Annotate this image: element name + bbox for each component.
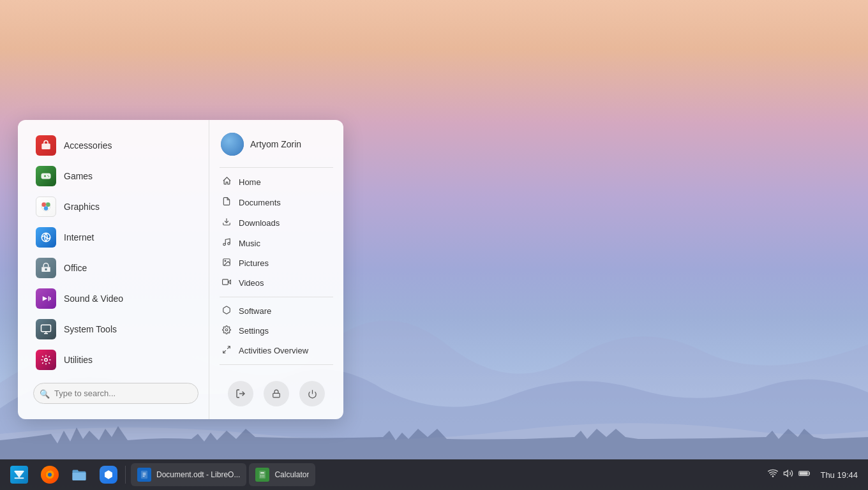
- volume-icon[interactable]: [783, 468, 793, 481]
- taskbar-tray: Thu 19:44: [763, 468, 863, 481]
- svg-marker-13: [43, 296, 48, 301]
- svg-rect-12: [45, 269, 47, 271]
- svg-point-24: [225, 260, 226, 262]
- games-label: Games: [64, 171, 93, 181]
- svg-point-36: [48, 473, 52, 477]
- menu-item-internet[interactable]: Internet: [28, 222, 204, 253]
- svg-rect-0: [41, 144, 50, 149]
- avatar: [221, 133, 244, 156]
- svg-marker-50: [784, 470, 788, 476]
- user-name: Artyom Zorin: [250, 139, 301, 149]
- svg-line-28: [227, 346, 230, 349]
- system-tools-icon: [36, 319, 56, 339]
- taskbar-window-libreoffice[interactable]: Document.odt - LibreO...: [131, 463, 246, 486]
- desktop: Accessories Games Graphics: [0, 0, 868, 490]
- svg-line-29: [223, 350, 226, 353]
- svg-point-48: [264, 477, 264, 477]
- svg-point-43: [260, 475, 261, 476]
- videos-icon: [221, 278, 232, 288]
- calculator-icon: [255, 468, 269, 482]
- taskbar-app-firefox[interactable]: [36, 461, 64, 489]
- taskbar-window-calculator[interactable]: Calculator: [249, 463, 315, 486]
- menu-item-accessories[interactable]: Accessories: [28, 130, 204, 161]
- music-icon: [221, 237, 232, 249]
- firefox-icon: [41, 466, 59, 484]
- user-profile[interactable]: Artyom Zorin: [214, 128, 338, 163]
- svg-point-21: [223, 243, 226, 246]
- menu-item-games[interactable]: Games: [28, 161, 204, 191]
- right-item-activities[interactable]: Activities Overview: [214, 341, 338, 360]
- menu-item-utilities[interactable]: Utilities: [28, 345, 204, 375]
- system-tools-label: System Tools: [64, 324, 117, 334]
- right-item-home[interactable]: Home: [214, 172, 338, 192]
- session-buttons: [214, 373, 338, 412]
- search-bar: 🔍: [33, 383, 198, 404]
- right-item-documents[interactable]: Documents: [214, 192, 338, 212]
- power-button[interactable]: [299, 381, 325, 406]
- internet-icon: [36, 227, 56, 248]
- taskbar-app-software-center[interactable]: [94, 461, 123, 489]
- libreoffice-writer-icon: [137, 468, 151, 482]
- zorin-menu-button[interactable]: [5, 461, 33, 489]
- menu-item-graphics[interactable]: Graphics: [28, 191, 204, 222]
- svg-rect-33: [15, 471, 24, 472]
- libreoffice-window-label: Document.odt - LibreO...: [156, 470, 240, 479]
- menu-items-list: Accessories Games Graphics: [28, 130, 204, 375]
- svg-rect-42: [260, 472, 264, 473]
- taskbar-app-files[interactable]: [65, 461, 93, 489]
- svg-rect-26: [223, 279, 228, 285]
- right-item-downloads[interactable]: Downloads: [214, 212, 338, 233]
- svg-rect-16: [41, 325, 51, 332]
- office-label: Office: [64, 263, 87, 273]
- settings-icon: [221, 325, 232, 336]
- svg-point-47: [262, 477, 263, 477]
- svg-point-5: [49, 176, 50, 177]
- menu-item-office[interactable]: Office: [28, 253, 204, 283]
- pictures-label: Pictures: [239, 258, 269, 268]
- svg-point-45: [264, 475, 264, 476]
- accessories-label: Accessories: [64, 140, 112, 151]
- battery-icon[interactable]: [798, 469, 811, 480]
- svg-point-7: [41, 202, 46, 207]
- home-label: Home: [239, 177, 261, 187]
- right-item-software[interactable]: Software: [214, 301, 338, 321]
- left-panel: Accessories Games Graphics: [18, 120, 209, 419]
- search-input[interactable]: [33, 383, 198, 404]
- calculator-window-label: Calculator: [274, 470, 309, 479]
- software-center-icon: [100, 466, 117, 484]
- office-icon: [36, 258, 56, 278]
- taskbar-windows: Document.odt - LibreO... Calculator: [131, 463, 315, 486]
- separator-2: [220, 297, 333, 297]
- right-item-settings[interactable]: Settings: [214, 321, 338, 341]
- right-item-videos[interactable]: Videos: [214, 273, 338, 293]
- separator-3: [220, 364, 333, 365]
- menu-item-sound-video[interactable]: Sound & Video: [28, 283, 204, 314]
- graphics-label: Graphics: [64, 202, 100, 212]
- wifi-icon[interactable]: [768, 469, 778, 480]
- logout-button[interactable]: [228, 381, 253, 406]
- app-menu: Accessories Games Graphics: [18, 120, 343, 419]
- pictures-icon: [221, 258, 232, 269]
- taskbar-clock: Thu 19:44: [816, 470, 858, 480]
- settings-label: Settings: [239, 326, 269, 336]
- home-icon: [221, 176, 232, 188]
- downloads-label: Downloads: [239, 218, 280, 228]
- utilities-icon: [36, 350, 56, 370]
- activities-label: Activities Overview: [239, 346, 308, 355]
- activities-icon: [221, 345, 232, 356]
- sound-video-icon: [36, 288, 56, 309]
- software-icon: [221, 306, 232, 316]
- right-item-music[interactable]: Music: [214, 233, 338, 253]
- lock-button[interactable]: [264, 381, 289, 406]
- svg-point-44: [262, 475, 263, 476]
- menu-item-system-tools[interactable]: System Tools: [28, 314, 204, 345]
- svg-point-9: [44, 206, 49, 211]
- sound-video-label: Sound & Video: [64, 293, 123, 304]
- svg-marker-25: [228, 280, 230, 284]
- svg-point-49: [772, 475, 774, 477]
- separator-1: [220, 167, 333, 168]
- svg-rect-52: [800, 472, 808, 475]
- svg-rect-31: [273, 393, 280, 397]
- svg-point-19: [45, 359, 48, 362]
- right-item-pictures[interactable]: Pictures: [214, 253, 338, 273]
